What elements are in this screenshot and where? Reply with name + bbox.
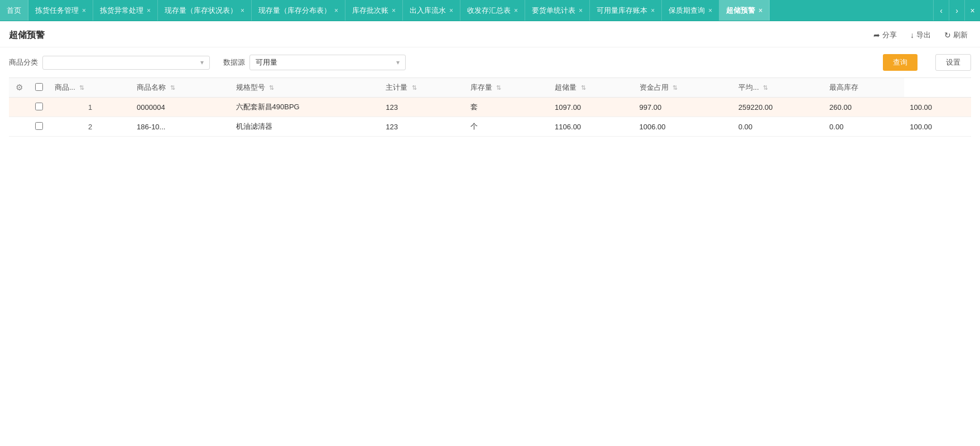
col-spec[interactable]: 规格型号 ⇅	[230, 78, 381, 98]
nav-label-stock-dist: 现存量（库存分布表）	[258, 6, 331, 16]
sort-icon-unit: ⇅	[412, 84, 417, 91]
row1-check	[29, 98, 49, 117]
share-label: 分享	[882, 30, 897, 40]
row2-product-code: 186-10...	[131, 117, 230, 137]
nav-label-expiry: 保质期查询	[669, 6, 705, 16]
col-check-all	[29, 78, 49, 98]
nav-item-batch[interactable]: 库存批次账 ×	[345, 0, 403, 21]
header-actions: ➦ 分享 ↓ 导出 ↻ 刷新	[870, 28, 971, 42]
col-gear: ⚙	[9, 78, 29, 98]
nav-label-exception: 拣货异常处理	[100, 6, 143, 16]
refresh-button[interactable]: ↻ 刷新	[941, 28, 971, 42]
nav-close-exception[interactable]: ×	[147, 7, 151, 14]
nav-arrows: ‹ › ×	[933, 0, 980, 21]
row2-spec: 123	[380, 117, 464, 137]
nav-label-batch: 库存批次账	[352, 6, 388, 16]
col-product-name[interactable]: 商品名称 ⇅	[131, 78, 230, 98]
col-max-stock[interactable]: 最高库存	[824, 78, 904, 98]
page-header: 超储预警 ➦ 分享 ↓ 导出 ↻ 刷新	[0, 21, 980, 47]
filter-category: 商品分类 ▾	[9, 56, 210, 70]
nav-arrow-right[interactable]: ›	[949, 0, 964, 21]
nav-arrow-close[interactable]: ×	[964, 0, 980, 21]
sort-icon-capital: ⇅	[672, 84, 678, 91]
nav-label-task: 拣货任务管理	[35, 6, 79, 16]
row1-checkbox[interactable]	[35, 103, 43, 110]
table-wrapper: ⚙ 商品... ⇅ 商品名称 ⇅ 规格型号 ⇅	[0, 77, 980, 137]
query-button[interactable]: 查询	[883, 54, 917, 71]
row1-product-code: 0000004	[131, 98, 230, 117]
nav-item-overflow[interactable]: 超储预警 ×	[719, 0, 770, 21]
settings-icon[interactable]: ⚙	[16, 83, 23, 92]
category-label: 商品分类	[9, 57, 38, 67]
row2-unit: 个	[465, 117, 549, 137]
row1-gear	[9, 98, 29, 117]
page-title: 超储预警	[9, 30, 45, 41]
export-button[interactable]: ↓ 导出	[907, 28, 934, 42]
sort-icon-avg: ⇅	[763, 84, 768, 91]
row1-spec: 123	[380, 98, 464, 117]
category-select[interactable]: ▾	[42, 56, 210, 70]
row2-index: 2	[49, 117, 131, 137]
nav-item-task[interactable]: 拣货任务管理 ×	[28, 0, 93, 21]
row1-max-stock: 100.00	[904, 98, 971, 117]
nav-close-expiry[interactable]: ×	[708, 7, 712, 14]
col-capital[interactable]: 资金占用 ⇅	[634, 78, 733, 98]
export-icon: ↓	[910, 31, 914, 40]
row1-unit: 套	[465, 98, 549, 117]
nav-close-stock-dist[interactable]: ×	[334, 7, 338, 14]
nav-label-home: 首页	[7, 6, 21, 16]
nav-item-flow[interactable]: 出入库流水 ×	[403, 0, 460, 21]
table-row: 2 186-10... 机油滤清器 123 个 1106.00 1006.00 …	[9, 117, 971, 137]
col-overflow[interactable]: 超储量 ⇅	[549, 78, 633, 98]
export-label: 导出	[916, 30, 931, 40]
row2-capital: 0.00	[733, 117, 824, 137]
nav-item-order-stat[interactable]: 要货单统计表 ×	[525, 0, 590, 21]
nav-close-batch[interactable]: ×	[392, 7, 396, 14]
table-header-row: ⚙ 商品... ⇅ 商品名称 ⇅ 规格型号 ⇅	[9, 78, 971, 98]
nav-label-summary: 收发存汇总表	[467, 6, 511, 16]
top-nav: 首页 拣货任务管理 × 拣货异常处理 × 现存量（库存状况表） × 现存量（库存…	[0, 0, 980, 21]
sort-icon-spec: ⇅	[269, 84, 274, 91]
nav-arrow-left[interactable]: ‹	[933, 0, 949, 21]
nav-item-home[interactable]: 首页	[0, 0, 28, 21]
nav-item-exception[interactable]: 拣货异常处理 ×	[93, 0, 158, 21]
nav-close-stock-status[interactable]: ×	[241, 7, 244, 14]
share-icon: ➦	[873, 31, 880, 40]
nav-close-summary[interactable]: ×	[514, 7, 518, 14]
page-container: 超储预警 ➦ 分享 ↓ 导出 ↻ 刷新 商品分类 ▾ 数据源	[0, 21, 980, 446]
nav-label-overflow: 超储预警	[726, 6, 755, 16]
nav-item-summary[interactable]: 收发存汇总表 ×	[460, 0, 525, 21]
select-all-checkbox[interactable]	[35, 83, 43, 91]
refresh-label: 刷新	[953, 30, 968, 40]
category-select-text	[49, 59, 51, 67]
row2-checkbox[interactable]	[35, 122, 43, 130]
nav-close-available[interactable]: ×	[651, 7, 655, 14]
nav-item-expiry[interactable]: 保质期查询 ×	[662, 0, 719, 21]
category-chevron-icon: ▾	[200, 59, 204, 66]
datasource-select[interactable]: 可用量 ▾	[249, 55, 406, 70]
row1-index: 1	[49, 98, 131, 117]
nav-close-flow[interactable]: ×	[449, 7, 453, 14]
settings-button[interactable]: 设置	[935, 54, 971, 71]
nav-close-order-stat[interactable]: ×	[579, 7, 583, 14]
row2-max-stock: 100.00	[904, 117, 971, 137]
row2-product-name: 机油滤清器	[230, 117, 381, 137]
row1-stock: 1097.00	[549, 98, 633, 117]
nav-label-stock-status: 现存量（库存状况表）	[165, 6, 237, 16]
share-button[interactable]: ➦ 分享	[870, 28, 900, 42]
row2-stock: 1106.00	[549, 117, 633, 137]
col-stock[interactable]: 库存量 ⇅	[465, 78, 549, 98]
col-avg[interactable]: 平均... ⇅	[733, 78, 824, 98]
nav-item-stock-dist[interactable]: 现存量（库存分布表） ×	[252, 0, 345, 21]
col-product-code[interactable]: 商品... ⇅	[49, 78, 131, 98]
table-row: 1 0000004 六配套新昌490BPG 123 套 1097.00 997.…	[9, 98, 971, 117]
nav-label-order-stat: 要货单统计表	[532, 6, 575, 16]
col-unit[interactable]: 主计量 ⇅	[380, 78, 464, 98]
nav-item-stock-status[interactable]: 现存量（库存状况表） ×	[158, 0, 252, 21]
nav-close-overflow[interactable]: ×	[758, 7, 762, 14]
nav-close-task[interactable]: ×	[82, 7, 86, 14]
datasource-label: 数据源	[223, 57, 245, 67]
data-table: ⚙ 商品... ⇅ 商品名称 ⇅ 规格型号 ⇅	[9, 77, 971, 137]
nav-item-available[interactable]: 可用量库存账本 ×	[590, 0, 662, 21]
filter-datasource: 数据源 可用量 ▾	[223, 55, 406, 70]
